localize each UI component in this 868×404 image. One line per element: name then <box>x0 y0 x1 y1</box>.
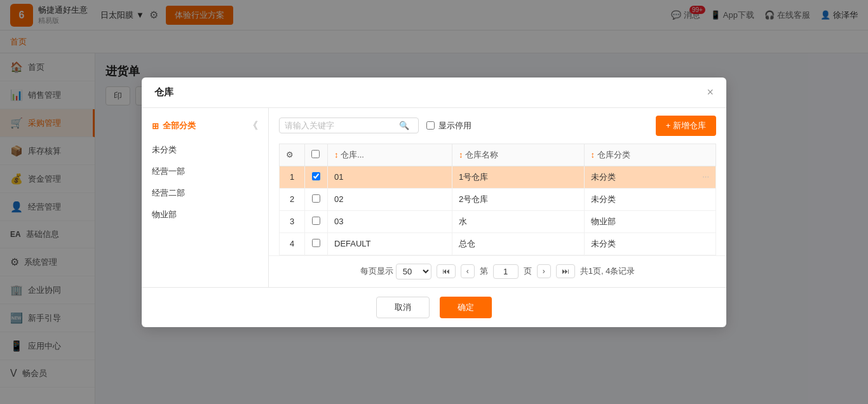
confirm-button[interactable]: 确定 <box>440 297 492 318</box>
category-item-dept2[interactable]: 经营二部 <box>142 182 268 204</box>
cell-check[interactable] <box>305 232 328 255</box>
table-row[interactable]: 4 DEFAULT 总仓 未分类 <box>280 232 716 255</box>
pagination-bar: 每页显示 50 100 200 ⏮ ‹ 第 页 › ⏭ 共1页, 4条记录 <box>269 255 726 287</box>
cancel-button[interactable]: 取消 <box>376 297 430 318</box>
warehouse-table-wrap: ⚙ ↕ 仓库... ↕ 仓库名称 <box>269 144 726 255</box>
table-row[interactable]: 2 02 2号仓库 未分类 <box>280 188 716 210</box>
th-settings: ⚙ <box>280 144 305 166</box>
th-name: ↕ 仓库名称 <box>452 144 584 166</box>
cell-index: 3 <box>280 210 305 232</box>
cell-code: DEFAULT <box>328 232 452 255</box>
cell-category: 物业部 <box>584 210 715 232</box>
cell-check[interactable] <box>305 166 328 188</box>
cell-name: 1号仓库 <box>452 166 584 188</box>
category-item-unclassified[interactable]: 未分类 <box>142 139 268 161</box>
sort-icon: ↕ <box>334 150 339 159</box>
search-input[interactable] <box>285 121 399 130</box>
table-row[interactable]: 3 03 水 物业部 <box>280 210 716 232</box>
cell-category: 未分类 <box>584 188 715 210</box>
page-label-pre: 第 <box>480 266 488 277</box>
table-header: ⚙ ↕ 仓库... ↕ 仓库名称 <box>280 144 716 166</box>
modal-close-button[interactable]: × <box>707 86 714 98</box>
cell-name: 总仓 <box>452 232 584 255</box>
total-label: 共1页, 4条记录 <box>580 266 635 277</box>
cell-check[interactable] <box>305 188 328 210</box>
show-disabled-input[interactable] <box>426 121 435 130</box>
check-all-input[interactable] <box>311 150 320 158</box>
cell-name: 水 <box>452 210 584 232</box>
cell-code: 01 <box>328 166 452 188</box>
modal-toolbar: 🔍 显示停用 + 新增仓库 <box>269 108 726 144</box>
modal-header: 仓库 × <box>142 77 726 108</box>
first-page-button[interactable]: ⏮ <box>437 264 456 278</box>
th-category: ↕ 仓库分类 <box>584 144 715 166</box>
row-checkbox[interactable] <box>312 194 320 203</box>
next-page-button[interactable]: › <box>537 264 551 278</box>
page-label: 页 <box>524 266 532 277</box>
modal-left-panel: ⊞ 全部分类 《 未分类 经营一部 经营二部 物业部 <box>142 108 269 287</box>
cell-index: 1 <box>280 166 305 188</box>
modal-body: ⊞ 全部分类 《 未分类 经营一部 经营二部 物业部 <box>142 108 726 287</box>
cell-name: 2号仓库 <box>452 188 584 210</box>
cell-category: 未分类 <box>584 232 715 255</box>
per-page-dropdown[interactable]: 50 100 200 <box>396 264 431 279</box>
collapse-button[interactable]: 《 <box>248 119 258 133</box>
modal-title: 仓库 <box>154 86 173 98</box>
table-body: 1 01 1号仓库 未分类··· 2 02 2号仓库 未分类 3 03 水 物业… <box>280 166 716 255</box>
last-page-button[interactable]: ⏭ <box>556 264 575 278</box>
prev-page-button[interactable]: ‹ <box>461 264 475 278</box>
search-icon[interactable]: 🔍 <box>399 121 409 130</box>
row-checkbox[interactable] <box>312 172 320 180</box>
search-input-wrap: 🔍 <box>279 118 419 133</box>
table-row[interactable]: 1 01 1号仓库 未分类··· <box>280 166 716 188</box>
th-code: ↕ 仓库... <box>328 144 452 166</box>
page-input[interactable] <box>493 264 519 279</box>
row-more-icon[interactable]: ··· <box>702 172 709 181</box>
category-item-property[interactable]: 物业部 <box>142 204 268 226</box>
modal-overlay: 仓库 × ⊞ 全部分类 《 未分类 经营一部 <box>0 0 868 404</box>
cell-code: 03 <box>328 210 452 232</box>
per-page-select: 每页显示 50 100 200 <box>360 264 431 279</box>
cell-code: 02 <box>328 188 452 210</box>
cell-check[interactable] <box>305 210 328 232</box>
modal-right-panel: 🔍 显示停用 + 新增仓库 ⚙ <box>269 108 726 287</box>
cell-index: 2 <box>280 188 305 210</box>
th-checkbox <box>305 144 328 166</box>
category-item-dept1[interactable]: 经营一部 <box>142 161 268 182</box>
grid-icon: ⊞ <box>152 121 159 131</box>
warehouse-table: ⚙ ↕ 仓库... ↕ 仓库名称 <box>279 144 716 255</box>
row-checkbox[interactable] <box>312 239 320 247</box>
modal-footer: 取消 确定 <box>142 287 726 327</box>
sort-icon2: ↕ <box>459 150 463 159</box>
row-checkbox[interactable] <box>312 217 320 225</box>
warehouse-modal: 仓库 × ⊞ 全部分类 《 未分类 经营一部 <box>142 77 726 327</box>
show-disabled-checkbox[interactable]: 显示停用 <box>426 120 471 131</box>
all-categories-title: ⊞ 全部分类 <box>152 120 196 131</box>
sort-icon3: ↕ <box>591 150 595 159</box>
new-warehouse-button[interactable]: + 新增仓库 <box>656 116 716 136</box>
cell-index: 4 <box>280 232 305 255</box>
left-panel-header: ⊞ 全部分类 《 <box>142 116 268 139</box>
cell-category: 未分类··· <box>584 166 715 188</box>
